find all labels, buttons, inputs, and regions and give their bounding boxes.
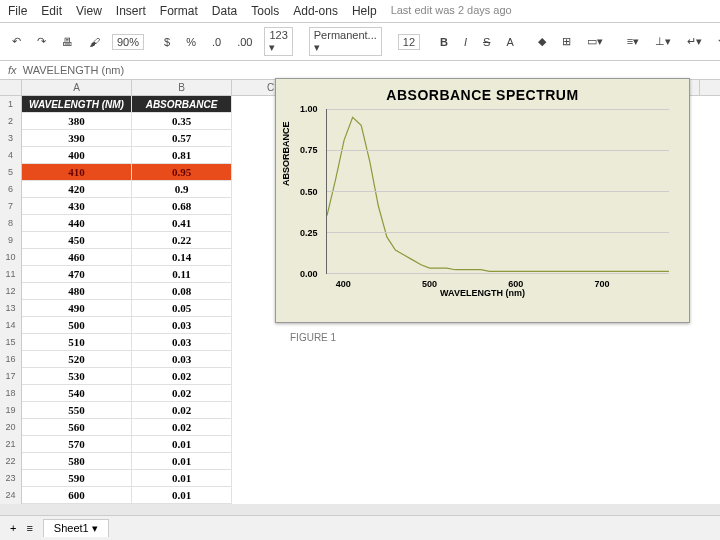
select-all-corner[interactable] [0, 80, 22, 95]
font-select[interactable]: Permanent... ▾ [309, 27, 382, 56]
table-row[interactable]: 5600.02 [22, 419, 232, 436]
table-row[interactable]: 5500.02 [22, 402, 232, 419]
paint-format-icon[interactable]: 🖌 [85, 34, 104, 50]
wavelength-cell[interactable]: 510 [22, 334, 132, 351]
absorbance-cell[interactable]: 0.35 [132, 113, 232, 130]
wavelength-cell[interactable]: 410 [22, 164, 132, 181]
row-header[interactable]: 18 [0, 385, 22, 402]
table-row[interactable]: 5300.02 [22, 368, 232, 385]
table-row[interactable]: 5700.01 [22, 436, 232, 453]
menu-insert[interactable]: Insert [116, 4, 146, 18]
table-header-cell[interactable]: WAVELENGTH (NM) [22, 96, 132, 113]
row-header[interactable]: 5 [0, 164, 22, 181]
absorbance-cell[interactable]: 0.14 [132, 249, 232, 266]
row-header[interactable]: 13 [0, 300, 22, 317]
wavelength-cell[interactable]: 590 [22, 470, 132, 487]
absorbance-cell[interactable]: 0.03 [132, 351, 232, 368]
absorbance-cell[interactable]: 0.05 [132, 300, 232, 317]
valign-button[interactable]: ⊥▾ [651, 33, 675, 50]
wrap-button[interactable]: ↵▾ [683, 33, 706, 50]
row-header[interactable]: 15 [0, 334, 22, 351]
wavelength-cell[interactable]: 520 [22, 351, 132, 368]
table-row[interactable]: 5100.03 [22, 334, 232, 351]
absorbance-cell[interactable]: 0.57 [132, 130, 232, 147]
row-header[interactable]: 24 [0, 487, 22, 504]
table-row[interactable]: 6000.01 [22, 487, 232, 504]
absorbance-cell[interactable]: 0.01 [132, 436, 232, 453]
text-color-button[interactable]: A [502, 34, 517, 50]
absorbance-cell[interactable]: 0.11 [132, 266, 232, 283]
menu-edit[interactable]: Edit [41, 4, 62, 18]
wavelength-cell[interactable]: 550 [22, 402, 132, 419]
sheet-tab[interactable]: Sheet1 ▾ [43, 519, 109, 537]
menu-file[interactable]: File [8, 4, 27, 18]
last-edit-label[interactable]: Last edit was 2 days ago [391, 4, 512, 18]
col-header[interactable]: A [22, 80, 132, 95]
row-header[interactable]: 16 [0, 351, 22, 368]
table-row[interactable]: 4200.9 [22, 181, 232, 198]
menu-data[interactable]: Data [212, 4, 237, 18]
table-row[interactable]: 4400.41 [22, 215, 232, 232]
borders-button[interactable]: ⊞ [558, 33, 575, 50]
wavelength-cell[interactable]: 420 [22, 181, 132, 198]
table-row[interactable]: 4500.22 [22, 232, 232, 249]
table-row[interactable]: 4100.95 [22, 164, 232, 181]
row-header[interactable]: 11 [0, 266, 22, 283]
print-icon[interactable]: 🖶 [58, 34, 77, 50]
font-size-select[interactable]: 12 [398, 34, 420, 50]
wavelength-cell[interactable]: 490 [22, 300, 132, 317]
absorbance-cell[interactable]: 0.03 [132, 334, 232, 351]
table-row[interactable]: 4800.08 [22, 283, 232, 300]
table-row[interactable]: 5400.02 [22, 385, 232, 402]
table-header-cell[interactable]: ABSORBANCE [132, 96, 232, 113]
wavelength-cell[interactable]: 430 [22, 198, 132, 215]
absorbance-cell[interactable]: 0.02 [132, 419, 232, 436]
table-row[interactable]: 4900.05 [22, 300, 232, 317]
menu-help[interactable]: Help [352, 4, 377, 18]
row-header[interactable]: 4 [0, 147, 22, 164]
row-header[interactable]: 2 [0, 113, 22, 130]
row-header[interactable]: 8 [0, 215, 22, 232]
table-row[interactable]: 3800.35 [22, 113, 232, 130]
halign-button[interactable]: ≡▾ [623, 33, 643, 50]
absorbance-cell[interactable]: 0.41 [132, 215, 232, 232]
wavelength-cell[interactable]: 440 [22, 215, 132, 232]
wavelength-cell[interactable]: 540 [22, 385, 132, 402]
absorbance-cell[interactable]: 0.02 [132, 402, 232, 419]
row-header[interactable]: 9 [0, 232, 22, 249]
table-row[interactable]: 5900.01 [22, 470, 232, 487]
fill-color-button[interactable]: ◆ [534, 33, 550, 50]
undo-icon[interactable]: ↶ [8, 33, 25, 50]
table-row[interactable]: 5800.01 [22, 453, 232, 470]
absorbance-cell[interactable]: 0.01 [132, 487, 232, 504]
percent-button[interactable]: % [182, 34, 200, 50]
absorbance-cell[interactable]: 0.02 [132, 368, 232, 385]
table-row[interactable]: 4000.81 [22, 147, 232, 164]
absorbance-cell[interactable]: 0.9 [132, 181, 232, 198]
menu-addons[interactable]: Add-ons [293, 4, 338, 18]
wavelength-cell[interactable]: 380 [22, 113, 132, 130]
wavelength-cell[interactable]: 390 [22, 130, 132, 147]
row-header[interactable]: 22 [0, 453, 22, 470]
row-header[interactable]: 12 [0, 283, 22, 300]
strike-button[interactable]: S [479, 34, 494, 50]
redo-icon[interactable]: ↷ [33, 33, 50, 50]
table-row[interactable]: 4700.11 [22, 266, 232, 283]
row-header[interactable]: 1 [0, 96, 22, 113]
absorbance-cell[interactable]: 0.01 [132, 470, 232, 487]
chart-embed[interactable]: ABSORBANCE SPECTRUM ABSORBANCE WAVELENGT… [275, 78, 690, 323]
wavelength-cell[interactable]: 450 [22, 232, 132, 249]
wavelength-cell[interactable]: 500 [22, 317, 132, 334]
wavelength-cell[interactable]: 480 [22, 283, 132, 300]
wavelength-cell[interactable]: 580 [22, 453, 132, 470]
table-row[interactable]: 5200.03 [22, 351, 232, 368]
absorbance-cell[interactable]: 0.01 [132, 453, 232, 470]
rotate-button[interactable]: ⟲▾ [714, 33, 720, 50]
row-header[interactable]: 17 [0, 368, 22, 385]
absorbance-cell[interactable]: 0.81 [132, 147, 232, 164]
absorbance-cell[interactable]: 0.95 [132, 164, 232, 181]
absorbance-cell[interactable]: 0.68 [132, 198, 232, 215]
row-header[interactable]: 20 [0, 419, 22, 436]
menu-format[interactable]: Format [160, 4, 198, 18]
table-row[interactable]: 5000.03 [22, 317, 232, 334]
